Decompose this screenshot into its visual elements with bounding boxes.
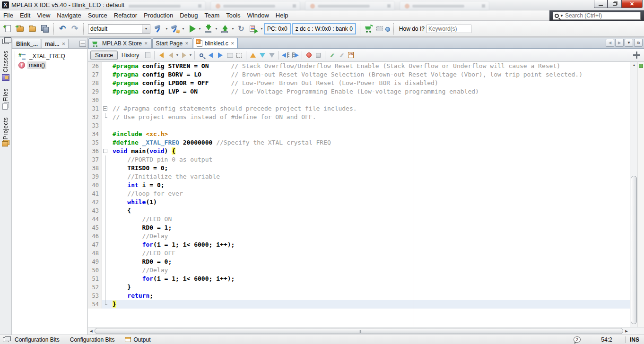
menu-production[interactable]: Production (140, 11, 176, 20)
code-line-body[interactable]: return; (102, 292, 630, 300)
tab-list-dropdown-button[interactable]: ▼ (625, 39, 633, 47)
code-line-33[interactable]: 33 (88, 121, 630, 130)
close-icon[interactable]: ✕ (185, 41, 189, 46)
code-line-body[interactable]: // Use project enums instead of #define … (102, 113, 630, 121)
code-line-body[interactable]: for(i = 1; i< 6000; i++); (102, 275, 630, 283)
fold-collapse-icon[interactable]: – (103, 106, 107, 111)
code-line-28[interactable]: 28#pragma config LPBOR = OFF // Low-Powe… (88, 79, 630, 87)
line-number[interactable]: 43 (88, 206, 102, 215)
previous-occurrence-icon[interactable] (207, 51, 215, 60)
code-text[interactable]: //Initialize the variable (109, 172, 220, 181)
split-window-icon[interactable] (633, 52, 640, 59)
dock-windows-icon[interactable] (2, 39, 9, 44)
code-text[interactable]: // Use project enums instead of #define … (109, 113, 316, 121)
code-text[interactable]: //loop for ever (109, 189, 183, 198)
line-number[interactable]: 51 (88, 275, 102, 283)
line-number[interactable]: 53 (88, 292, 102, 300)
menu-tools[interactable]: Tools (223, 11, 244, 20)
read-device-dropdown[interactable]: ▼ (231, 23, 235, 35)
line-number[interactable]: 45 (88, 224, 102, 232)
line-number[interactable]: 48 (88, 249, 102, 258)
code-text[interactable]: #pragma config LPBOR = OFF // Low-Power … (109, 79, 438, 87)
code-line-40[interactable]: 40 int i = 0; (88, 181, 630, 189)
run-button[interactable] (185, 23, 198, 35)
code-line-43[interactable]: 43 { (88, 206, 630, 215)
code-line-50[interactable]: 50 //Delay (88, 266, 630, 275)
statusbar-item-output[interactable]: Output (125, 336, 150, 343)
stop-macro-recording-icon[interactable] (314, 51, 322, 60)
code-text[interactable]: for(i = 1; i< 6000; i++); (109, 275, 235, 283)
line-number[interactable]: 34 (88, 130, 102, 138)
sidebar-tab-projects[interactable]: Projects (2, 117, 9, 146)
menu-source[interactable]: Source (85, 11, 111, 20)
vertical-scrollbar[interactable]: ▲ (630, 62, 637, 327)
build-button[interactable] (152, 23, 165, 35)
line-number[interactable]: 44 (88, 215, 102, 224)
code-line-26[interactable]: 26#pragma config STVREN = ON // Stack Ov… (88, 62, 630, 70)
previous-bookmark-icon[interactable] (249, 51, 257, 60)
menu-debug[interactable]: Debug (176, 11, 201, 20)
code-line-38[interactable]: 38 TRISD0 = 0; (88, 164, 630, 172)
code-line-body[interactable]: int i = 0; (102, 181, 630, 189)
line-number[interactable]: 29 (88, 87, 102, 96)
navigator-item-xtalfreq[interactable]: _XTAL_FREQ (12, 52, 87, 60)
code-line-body[interactable]: while(1) (102, 198, 630, 206)
code-line-41[interactable]: 41 //loop for ever (88, 189, 630, 198)
toggle-bookmark-icon[interactable] (268, 51, 276, 60)
code-line-30[interactable]: 30 (88, 96, 630, 104)
undo-button[interactable]: ↶ (56, 23, 69, 35)
menu-edit[interactable]: Edit (17, 11, 34, 20)
code-line-49[interactable]: 49 RD0 = 0; (88, 258, 630, 266)
close-icon[interactable]: ✕ (231, 41, 235, 46)
code-text[interactable]: //LED ON (109, 215, 172, 224)
fold-collapse-icon[interactable]: – (103, 149, 107, 153)
program-ipe-dropdown[interactable]: ▼ (260, 23, 264, 35)
code-line-body[interactable]: //Initialize the variable (102, 172, 630, 181)
next-occurrence-icon[interactable] (216, 51, 225, 60)
last-edit-location-icon[interactable] (157, 51, 165, 60)
line-number[interactable]: 46 (88, 232, 102, 241)
clean-and-build-button[interactable] (169, 23, 181, 35)
code-line-32[interactable]: 32// Use project enums instead of #defin… (88, 113, 630, 121)
code-line-body[interactable]: { (102, 206, 630, 215)
code-text[interactable]: //PORTD pin 0 as output (109, 155, 212, 164)
code-text[interactable]: //LED OFF (109, 249, 175, 258)
code-line-body[interactable]: #pragma config STVREN = ON // Stack Over… (102, 62, 630, 70)
redo-button[interactable]: ↷ (69, 23, 81, 35)
run-dropdown[interactable]: ▼ (198, 23, 202, 35)
refresh-debug-tool-button[interactable]: ↻ (235, 23, 247, 35)
find-selection-icon[interactable] (197, 51, 206, 60)
code-line-29[interactable]: 29#pragma config LVP = ON // Low-Voltage… (88, 87, 630, 96)
code-editor[interactable]: 26#pragma config STVREN = ON // Stack Ov… (88, 62, 630, 327)
code-line-body[interactable]: #pragma config BORV = LO // Brown-out Re… (102, 70, 630, 79)
menu-view[interactable]: View (34, 11, 53, 20)
restore-button[interactable] (608, 0, 621, 8)
code-line-44[interactable]: 44 //LED ON (88, 215, 630, 224)
horizontal-scroll-thumb[interactable] (95, 328, 623, 334)
code-text[interactable]: while(1) (109, 198, 157, 206)
uncomment-icon[interactable]: ∕∕ (337, 51, 346, 60)
code-line-45[interactable]: 45 RD0 = 1; (88, 224, 630, 232)
minimize-panel-button[interactable]: — (79, 41, 86, 47)
device-resource-button[interactable] (375, 23, 391, 35)
quick-search-box[interactable]: ▼ (553, 12, 641, 20)
scroll-tabs-right-button[interactable]: ▶ (615, 39, 624, 47)
code-line-body[interactable]: RD0 = 0; (102, 258, 630, 266)
code-line-body[interactable]: #pragma config LVP = ON // Low-Voltage P… (102, 87, 630, 96)
code-line-body[interactable]: //Delay (102, 266, 630, 275)
code-line-51[interactable]: 51 for(i = 1; i< 6000; i++); (88, 275, 630, 283)
diff-icon[interactable] (143, 51, 152, 60)
line-number[interactable]: 50 (88, 266, 102, 275)
line-number[interactable]: 40 (88, 181, 102, 189)
code-line-48[interactable]: 48 //LED OFF (88, 249, 630, 258)
menu-file[interactable]: File (0, 11, 17, 20)
code-line-31[interactable]: 31–// #pragma config statements should p… (88, 104, 630, 113)
next-bookmark-icon[interactable] (258, 51, 267, 60)
rectangular-selection-icon[interactable] (235, 51, 244, 60)
close-button[interactable]: ✕ (621, 0, 643, 8)
make-and-program-device-button[interactable] (202, 23, 214, 35)
code-line-body[interactable]: –void main(void) { (102, 147, 630, 155)
code-text[interactable]: return; (109, 292, 153, 300)
code-line-body[interactable]: //PORTD pin 0 as output (102, 155, 630, 164)
code-text[interactable]: void main(void) { (109, 147, 175, 155)
